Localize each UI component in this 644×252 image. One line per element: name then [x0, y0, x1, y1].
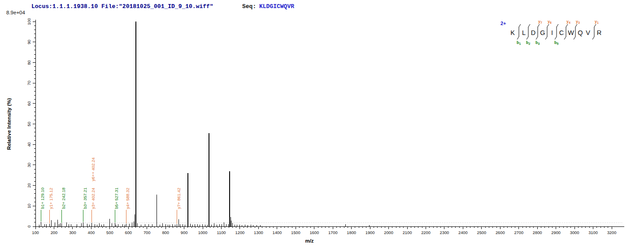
peptide-fragment-diagram[interactable]: 2+Kb1Lb2Dy7b3Gy6Ib5Cy4Wy3QVy1R — [500, 18, 617, 46]
y-axis-tick-label: 50 — [27, 122, 31, 126]
b-ion-label: b1 — [517, 40, 521, 45]
x-axis-tick-label: 2600 — [496, 230, 505, 235]
b-ion-label: b5 — [554, 40, 559, 45]
residue-letter: L — [522, 29, 526, 36]
y-axis-tick-label: 40 — [27, 142, 31, 147]
fragment-divider — [555, 24, 558, 39]
x-axis-tick-label: 700 — [144, 230, 151, 235]
peak-annotation: b5+ 527.31 — [114, 187, 119, 209]
peak-annotation: b2+ 242.18 — [61, 187, 66, 209]
b-ion-label: b2 — [526, 40, 531, 45]
x-axis-tick-label: 2700 — [514, 230, 523, 235]
x-axis-tick-label: 3000 — [570, 230, 579, 235]
fragment-divider — [564, 24, 568, 39]
y-axis-tick-label: 0 — [27, 225, 31, 227]
spectrum-viewer: Locus:1.1.1.1938.10 File:"20181025_001_I… — [0, 0, 644, 252]
x-axis-tick-label: 1900 — [366, 230, 375, 235]
peak-annotation: y3+ 402.24 — [91, 188, 96, 209]
x-axis-tick-label: 200 — [51, 230, 58, 235]
x-axis-tick-label: 1300 — [254, 230, 263, 235]
x-axis-tick-label: 1800 — [347, 230, 356, 235]
fragment-divider — [574, 24, 577, 39]
x-axis-tick-label: 1400 — [273, 230, 282, 235]
x-axis-tick-label: 1600 — [309, 230, 319, 235]
x-axis-title: m/z — [305, 238, 313, 243]
y-axis-tick-label: 60 — [27, 101, 31, 106]
x-axis-tick-label: 300 — [69, 230, 76, 235]
x-axis-tick-label: 1200 — [235, 230, 245, 235]
y-axis-tick-label: 80 — [27, 60, 31, 65]
y-axis-tick-label: 70 — [27, 81, 31, 85]
x-axis-tick-label: 2100 — [403, 230, 412, 235]
x-axis-tick-label: 2500 — [477, 230, 486, 235]
y-ion-label: y7 — [538, 19, 542, 24]
y-axis-tick-label: 20 — [27, 183, 31, 187]
y-axis-tick-label: 100 — [27, 18, 31, 25]
y-ion-label: y4 — [566, 19, 570, 24]
x-axis-tick-label: 3100 — [588, 230, 598, 235]
fragment-divider — [536, 24, 540, 39]
y-axis-title: Relative Intensity (%) — [6, 98, 12, 150]
fragment-divider — [545, 24, 549, 39]
precursor-charge-label: 2+ — [500, 21, 506, 26]
peak-annotation: y4+ 588.32 — [125, 188, 130, 209]
residue-letter: Q — [578, 29, 583, 36]
y-ion-label: y3 — [576, 19, 580, 24]
b-ion-label: b3 — [535, 40, 540, 45]
peak-annotation: y7+ 861.42 — [176, 188, 181, 209]
x-axis-tick-label: 800 — [162, 230, 169, 235]
x-axis-tick-label: 1100 — [217, 230, 226, 235]
residue-letter: R — [597, 29, 601, 36]
peak-annotation: y1+ 175.12 — [48, 188, 53, 209]
x-axis-tick-label: 400 — [88, 230, 95, 235]
residue-letter: D — [531, 29, 535, 36]
x-axis-tick-label: 2000 — [384, 230, 393, 235]
x-axis-tick-label: 900 — [181, 230, 188, 235]
y-axis-tick-label: 10 — [27, 204, 31, 208]
x-axis-tick-label: 1000 — [198, 230, 208, 235]
peak-annotation-stacked: y6++ 402.24 — [91, 157, 96, 181]
x-axis-tick-label: 1500 — [291, 230, 300, 235]
x-axis-tick-label: 1700 — [328, 230, 338, 235]
fragment-divider — [527, 24, 530, 39]
peak-annotation: b3+ 357.21 — [83, 187, 87, 209]
y-axis-tick-label: 30 — [27, 163, 31, 167]
residue-letter: I — [551, 29, 553, 36]
x-axis-tick-label: 100 — [32, 230, 39, 235]
x-axis-tick-label: 2200 — [421, 230, 431, 235]
y-axis-tick-label: 90 — [27, 40, 31, 44]
residue-letter: G — [540, 29, 545, 36]
y-ion-label: y1 — [595, 19, 599, 24]
fragment-divider — [592, 24, 596, 39]
x-axis-tick-label: 2300 — [440, 230, 449, 235]
x-axis-tick-label: 2900 — [551, 230, 561, 235]
residue-letter: C — [559, 29, 564, 36]
x-axis-tick-label: 2400 — [458, 230, 468, 235]
residue-letter: V — [586, 29, 590, 36]
x-axis-tick-label: 600 — [125, 230, 132, 235]
residue-letter: K — [510, 29, 515, 36]
peak-annotation: b1+ 129.10 — [40, 187, 45, 209]
x-axis-tick-label: 2800 — [533, 230, 542, 235]
y-ion-label: y6 — [548, 19, 552, 24]
x-axis-tick-label: 3200 — [607, 230, 617, 235]
residue-letter: W — [568, 29, 574, 36]
fragment-divider — [517, 24, 521, 39]
x-axis-tick-label: 500 — [106, 230, 113, 235]
